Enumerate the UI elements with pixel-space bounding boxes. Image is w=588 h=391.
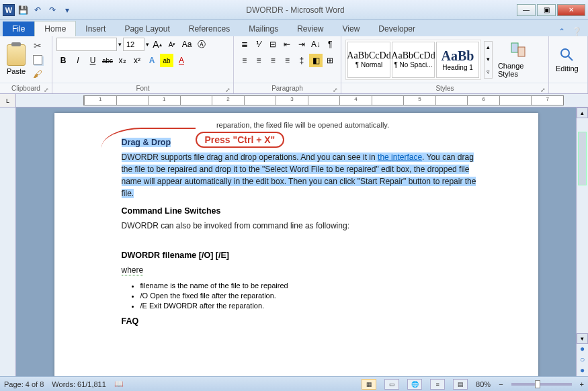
tab-references[interactable]: References: [179, 21, 239, 36]
paragraph-launcher[interactable]: ⤢: [331, 85, 339, 93]
font-size-combo[interactable]: 12: [123, 38, 144, 51]
borders-button[interactable]: ⊞: [324, 54, 337, 67]
gallery-down-icon[interactable]: ▾: [485, 56, 492, 62]
prev-page-button[interactable]: ●: [577, 344, 588, 355]
tab-file[interactable]: File: [3, 21, 34, 36]
scroll-down-button[interactable]: ▾: [577, 333, 588, 344]
copy-button[interactable]: [31, 53, 44, 67]
text-effects-button[interactable]: A: [145, 54, 159, 67]
underline-button[interactable]: U: [86, 54, 99, 67]
decrease-indent-button[interactable]: ⇤: [281, 38, 294, 51]
style-normal[interactable]: AaBbCcDd¶ Normal: [347, 42, 390, 78]
maximize-button[interactable]: ▣: [537, 4, 556, 16]
zoom-out-button[interactable]: −: [499, 380, 503, 388]
grow-font-button[interactable]: A▴: [151, 38, 164, 51]
styles-gallery[interactable]: AaBbCcDd¶ Normal AaBbCcDd¶ No Spaci... A…: [345, 40, 481, 80]
style-no-spacing[interactable]: AaBbCcDd¶ No Spaci...: [392, 42, 435, 78]
tab-home[interactable]: Home: [34, 21, 76, 36]
view-web-layout-button[interactable]: 🌐: [407, 379, 422, 390]
show-marks-button[interactable]: ¶: [324, 38, 337, 51]
zoom-thumb[interactable]: [535, 380, 540, 388]
font-launcher[interactable]: ⤢: [224, 85, 232, 93]
next-page-button[interactable]: ●: [577, 365, 588, 376]
zoom-slider[interactable]: [511, 383, 572, 386]
vertical-scrollbar[interactable]: ▴ ▾ ● ○ ●: [576, 107, 588, 376]
sort-button[interactable]: A↓: [309, 38, 322, 51]
paste-button[interactable]: Paste: [4, 43, 28, 77]
subscript-button[interactable]: x₂: [116, 54, 129, 67]
change-case-button[interactable]: Aa: [180, 38, 194, 51]
document-scroll[interactable]: reparation, the fixed file will be opene…: [16, 107, 576, 376]
qat-customize-dropdown[interactable]: ▾: [60, 3, 74, 17]
font-name-combo[interactable]: [56, 38, 117, 51]
bold-button[interactable]: B: [56, 54, 70, 67]
gallery-more-icon[interactable]: ▿: [485, 69, 492, 75]
justify-button[interactable]: ≡: [281, 54, 294, 67]
align-left-button[interactable]: ≡: [238, 54, 251, 67]
font-color-button[interactable]: A: [175, 54, 188, 67]
italic-button[interactable]: I: [71, 54, 85, 67]
align-right-button[interactable]: ≡: [267, 54, 280, 67]
multilevel-button[interactable]: ⊟: [267, 38, 280, 51]
document-page[interactable]: reparation, the fixed file will be opene…: [54, 113, 538, 376]
interface-link[interactable]: the interface: [378, 153, 422, 162]
doc-fragment-text: reparation, the fixed file will be opene…: [122, 120, 485, 131]
strikethrough-button[interactable]: abc: [101, 54, 114, 67]
view-print-layout-button[interactable]: ▦: [362, 379, 376, 390]
window-controls: — ▣ ✕: [517, 4, 585, 16]
browse-object-button[interactable]: ○: [577, 355, 588, 365]
shading-button[interactable]: ◧: [309, 54, 322, 67]
format-painter-button[interactable]: 🖌: [31, 67, 44, 81]
tab-insert[interactable]: Insert: [76, 21, 115, 36]
svg-rect-1: [518, 47, 525, 56]
status-zoom-pct[interactable]: 80%: [476, 380, 491, 388]
tab-review[interactable]: Review: [288, 21, 333, 36]
shrink-font-button[interactable]: A▾: [165, 38, 179, 51]
scroll-thumb[interactable]: [578, 132, 587, 185]
minimize-button[interactable]: —: [517, 4, 536, 16]
line-spacing-button[interactable]: ‡: [295, 54, 308, 67]
help-icon[interactable]: ❔: [572, 27, 581, 36]
qat-undo-button[interactable]: ↶: [31, 3, 44, 17]
qat-redo-button[interactable]: ↷: [46, 3, 59, 17]
highlight-button[interactable]: ab: [160, 54, 173, 67]
cut-button[interactable]: ✂: [31, 39, 44, 52]
view-outline-button[interactable]: ≡: [430, 379, 445, 390]
tab-view[interactable]: View: [333, 21, 370, 36]
view-full-screen-button[interactable]: ▭: [384, 379, 399, 390]
status-page[interactable]: Page: 4 of 8: [4, 380, 44, 388]
view-draft-button[interactable]: ▤: [453, 379, 468, 390]
numbering-button[interactable]: ⅟: [252, 38, 265, 51]
bullets-button[interactable]: ≣: [238, 38, 251, 51]
change-styles-button[interactable]: Change Styles: [495, 40, 544, 79]
increase-indent-button[interactable]: ⇥: [295, 38, 308, 51]
tab-mailings[interactable]: Mailings: [239, 21, 288, 36]
styles-launcher[interactable]: ⤢: [539, 85, 547, 93]
chevron-down-icon[interactable]: ▾: [118, 41, 122, 48]
qat-save-button[interactable]: 💾: [16, 3, 30, 17]
gallery-up-icon[interactable]: ▴: [485, 44, 492, 50]
ruler-toggle-button[interactable]: [576, 94, 588, 107]
ruler-corner[interactable]: L: [0, 94, 16, 107]
word-app-icon[interactable]: W: [3, 4, 15, 16]
clipboard-launcher[interactable]: ⤢: [42, 85, 50, 93]
align-center-button[interactable]: ≡: [252, 54, 265, 67]
scroll-up-button[interactable]: ▴: [577, 107, 588, 118]
editing-button[interactable]: Editing: [553, 46, 581, 74]
tab-developer[interactable]: Developer: [369, 21, 425, 36]
clear-formatting-button[interactable]: Ⓐ: [195, 38, 208, 51]
status-words[interactable]: Words: 61/1,811: [52, 380, 106, 388]
chevron-down-icon[interactable]: ▾: [146, 41, 149, 48]
tab-page-layout[interactable]: Page Layout: [115, 21, 179, 36]
scroll-track[interactable]: [577, 118, 588, 333]
minimize-ribbon-icon[interactable]: ⌃: [558, 27, 568, 36]
close-button[interactable]: ✕: [557, 4, 585, 16]
vertical-ruler[interactable]: [0, 107, 16, 376]
group-font: ▾ 12 ▾ A▴ A▾ Aa Ⓐ B I U abc x₂ x² A ab A…: [52, 36, 234, 93]
find-icon: [559, 47, 575, 63]
superscript-button[interactable]: x²: [130, 54, 144, 67]
horizontal-ruler[interactable]: 1 1 2 3 4 5 6 7: [83, 95, 564, 105]
status-proofing-icon[interactable]: 📖: [114, 380, 124, 388]
style-heading1[interactable]: AaBbHeading 1: [436, 42, 479, 78]
zoom-in-button[interactable]: +: [580, 380, 584, 388]
